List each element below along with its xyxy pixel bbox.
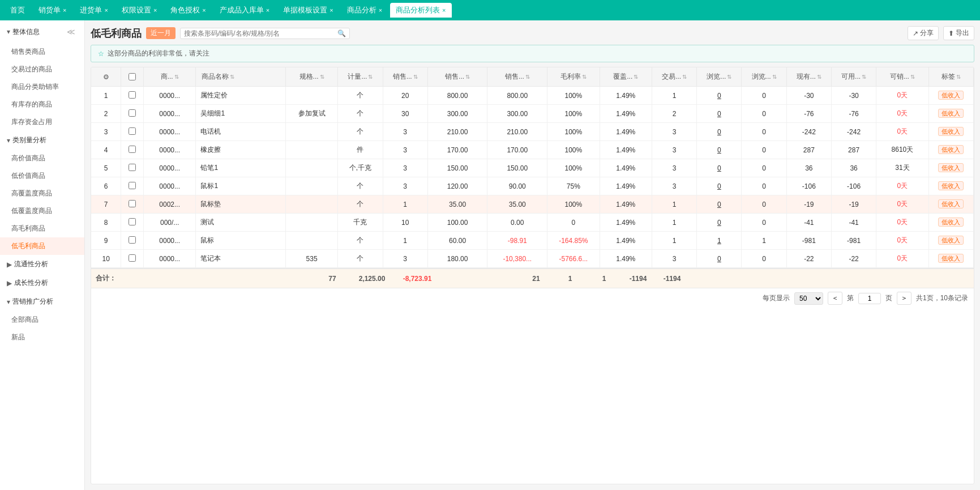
cell-check[interactable] — [121, 232, 144, 250]
th-spec[interactable]: 规格...⇅ — [285, 67, 337, 87]
sidebar-section-overall[interactable]: ▾ 整体信息 ≪ — [0, 20, 84, 43]
row-checkbox[interactable] — [129, 182, 136, 189]
row-checkbox[interactable] — [129, 254, 136, 262]
cell-check[interactable] — [121, 105, 144, 123]
nav-product-analysis[interactable]: 商品分析 × — [341, 3, 388, 18]
row-checkbox[interactable] — [129, 109, 136, 117]
th-name[interactable]: 商品名称⇅ — [196, 67, 285, 87]
sidebar-item-new-products[interactable]: 新品 — [0, 329, 84, 346]
sidebar-item-capital[interactable]: 库存资金占用 — [0, 113, 84, 131]
nav-close-analysis[interactable]: × — [379, 7, 382, 14]
cell-browse1[interactable]: 0 — [697, 195, 742, 214]
sidebar-item-high-value[interactable]: 高价值商品 — [0, 150, 84, 167]
nav-close-product-in[interactable]: × — [266, 7, 269, 14]
nav-sales-order[interactable]: 销货单 × — [33, 3, 72, 18]
th-code[interactable]: 商...⇅ — [143, 67, 195, 87]
nav-close-role[interactable]: × — [202, 7, 206, 14]
export-button[interactable]: ⬆ 导出 — [943, 26, 974, 40]
prev-page-button[interactable]: ＜ — [828, 292, 842, 305]
th-unit[interactable]: 计量...⇅ — [338, 67, 383, 87]
cell-browse2: 0 — [742, 195, 786, 214]
cell-browse1[interactable]: 0 — [697, 87, 742, 105]
th-sales-amt[interactable]: 销售...⇅ — [427, 67, 487, 87]
sidebar-section-circulation[interactable]: ▶ 流通性分析 — [0, 255, 84, 274]
search-icon[interactable]: 🔍 — [337, 29, 346, 37]
nav-close-permission[interactable]: × — [153, 7, 157, 14]
sidebar-collapse-overall[interactable]: ≪ — [65, 25, 78, 39]
sidebar-item-sales-products[interactable]: 销售类商品 — [0, 43, 84, 61]
th-sales-qty[interactable]: 销售...⇅ — [383, 67, 427, 87]
cell-check[interactable] — [121, 141, 144, 159]
th-coverage[interactable]: 覆盖...⇅ — [600, 67, 652, 87]
sidebar-item-high-coverage[interactable]: 高覆盖度商品 — [0, 185, 84, 202]
cell-browse1[interactable]: 0 — [697, 250, 742, 268]
th-browse1[interactable]: 浏览...⇅ — [697, 67, 742, 87]
page-number-input[interactable] — [858, 293, 881, 304]
nav-home[interactable]: 首页 — [5, 3, 31, 18]
page-size-select[interactable]: 50 100 200 — [794, 292, 823, 305]
share-button[interactable]: ↗ 分享 — [908, 26, 939, 40]
cell-browse1[interactable]: 0 — [697, 159, 742, 177]
sidebar-item-category-rate[interactable]: 商品分类助销率 — [0, 78, 84, 96]
next-page-button[interactable]: ＞ — [897, 292, 911, 305]
row-checkbox[interactable] — [129, 236, 136, 244]
sidebar-item-all-products[interactable]: 全部商品 — [0, 311, 84, 329]
nav-product-in[interactable]: 产成品入库单 × — [214, 3, 275, 18]
cell-browse1[interactable]: 1 — [697, 232, 742, 250]
cell-browse1[interactable]: 0 — [697, 105, 742, 123]
sidebar-item-low-coverage[interactable]: 低覆盖度商品 — [0, 202, 84, 220]
th-sales-profit[interactable]: 销售...⇅ — [487, 67, 547, 87]
row-checkbox[interactable] — [129, 146, 136, 153]
cell-check[interactable] — [121, 250, 144, 268]
sidebar-section-marketing[interactable]: ▾ 营销推广分析 — [0, 292, 84, 311]
th-settings[interactable]: ⚙ — [91, 67, 121, 87]
nav-purchase-order[interactable]: 进货单 × — [74, 3, 113, 18]
nav-close-template[interactable]: × — [329, 7, 333, 14]
th-tag[interactable]: 标签⇅ — [928, 67, 973, 87]
sidebar-section-category[interactable]: ▾ 类别量分析 — [0, 131, 84, 150]
th-current[interactable]: 现有...⇅ — [786, 67, 831, 87]
cell-check[interactable] — [121, 195, 144, 214]
sidebar-item-with-stock[interactable]: 有库存的商品 — [0, 96, 84, 113]
sidebar-item-traded[interactable]: 交易过的商品 — [0, 61, 84, 78]
row-checkbox[interactable] — [129, 164, 136, 171]
total-info: 共1页，10条记录 — [916, 293, 968, 303]
row-checkbox[interactable] — [129, 91, 136, 99]
nav-close-sales-order[interactable]: × — [63, 7, 66, 14]
sidebar-item-low-margin[interactable]: 低毛利商品 — [0, 237, 84, 255]
cell-browse1[interactable]: 0 — [697, 214, 742, 232]
th-available[interactable]: 可用...⇅ — [831, 67, 876, 87]
cell-check[interactable] — [121, 159, 144, 177]
cell-check[interactable] — [121, 123, 144, 141]
period-button[interactable]: 近一月 — [146, 27, 176, 39]
cell-browse1[interactable]: 0 — [697, 141, 742, 159]
table-row: 8 000/... 测试 千克 10 100.00 0.00 0 1.49% 1… — [91, 214, 974, 232]
nav-product-analysis-list[interactable]: 商品分析列表 × — [390, 3, 451, 18]
nav-role-auth[interactable]: 角色授权 × — [165, 3, 211, 18]
row-checkbox[interactable] — [129, 218, 136, 225]
cell-check[interactable] — [121, 177, 144, 195]
cell-check[interactable] — [121, 214, 144, 232]
sidebar-item-high-margin[interactable]: 高毛利商品 — [0, 220, 84, 237]
cell-browse1[interactable]: 0 — [697, 177, 742, 195]
nav-close-analysis-list[interactable]: × — [442, 7, 446, 14]
row-checkbox[interactable] — [129, 127, 136, 135]
nav-template[interactable]: 单据模板设置 × — [277, 3, 339, 18]
row-checkbox[interactable] — [129, 200, 136, 207]
sort-icon-qty: ⇅ — [413, 74, 418, 80]
th-browse2[interactable]: 浏览...⇅ — [742, 67, 786, 87]
th-select-all[interactable] — [121, 67, 144, 87]
nav-permission[interactable]: 权限设置 × — [116, 3, 162, 18]
cell-check[interactable] — [121, 87, 144, 105]
search-input[interactable] — [184, 29, 335, 37]
nav-close-purchase[interactable]: × — [104, 7, 108, 14]
th-transaction[interactable]: 交易...⇅ — [652, 67, 697, 87]
sidebar-item-low-value[interactable]: 低价值商品 — [0, 167, 84, 185]
select-all-checkbox[interactable] — [129, 73, 136, 80]
sidebar-section-growth[interactable]: ▶ 成长性分析 — [0, 274, 84, 292]
cell-browse1[interactable]: 0 — [697, 123, 742, 141]
th-saleable[interactable]: 可销...⇅ — [876, 67, 928, 87]
cell-sales-amt: 120.00 — [427, 177, 487, 195]
th-gross-rate[interactable]: 毛利率⇅ — [547, 67, 600, 87]
cell-saleable: 0天 — [876, 195, 928, 214]
